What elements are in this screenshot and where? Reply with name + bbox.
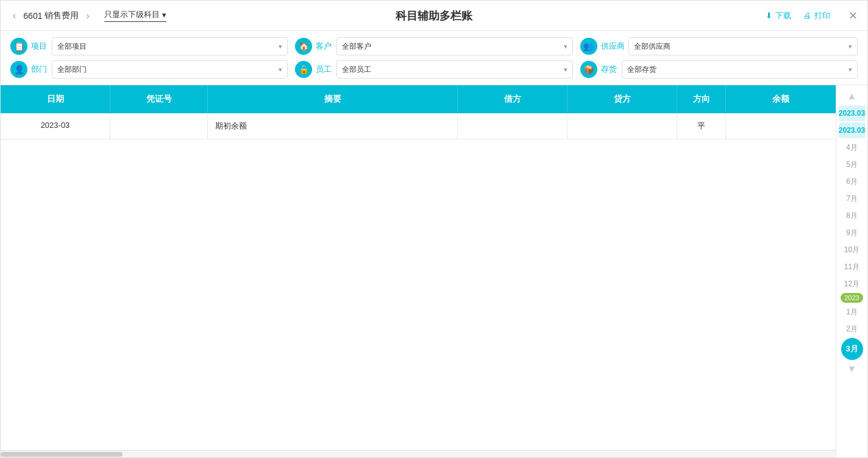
page-title: 科目辅助多栏账	[396, 9, 472, 23]
account-code-box: 6601 销售费用	[23, 10, 79, 21]
filter-employee: 🔒 员工 全部员工 ▾	[295, 60, 572, 79]
supplier-label: 供应商	[601, 41, 625, 52]
department-label: 部门	[31, 64, 48, 75]
main-window: ‹ 6601 销售费用 › 只显示下级科目 ▾ 科目辅助多栏账 ⬇ 下载 🖨 打…	[0, 0, 868, 458]
filter-department: 👤 部门 全部部门 ▾	[10, 60, 288, 79]
sidebar-month-10[interactable]: 10月	[839, 242, 866, 258]
scrollbar-thumb[interactable]	[1, 452, 123, 457]
col-debit: 借方	[458, 85, 567, 113]
dropdown-arrow-icon: ▾	[162, 10, 166, 19]
month-label: 8月	[846, 211, 858, 221]
sidebar-month-1[interactable]: 1月	[839, 304, 866, 320]
project-value: 全部项目	[57, 41, 87, 52]
table-container: 日期 凭证号 摘要 借方 贷方 方向 余额 2023-03 期初余额 平	[1, 85, 867, 457]
inventory-icon: 📦	[580, 61, 597, 78]
customer-select[interactable]: 全部客户 ▾	[336, 37, 572, 55]
filter-customer: 🏠 客户 全部客户 ▾	[295, 37, 572, 55]
inventory-arrow-icon: ▾	[848, 66, 852, 74]
month-label: 9月	[846, 228, 858, 238]
project-arrow-icon: ▾	[279, 43, 282, 51]
customer-icon: 🏠	[295, 38, 312, 55]
filter-supplier: 👥 供应商 全部供应商 ▾	[580, 37, 858, 55]
down-arrow-icon: ▼	[847, 364, 857, 375]
month-label: 7月	[846, 194, 858, 204]
sidebar-up-arrow[interactable]: ▲	[841, 88, 863, 105]
prev-account-button[interactable]: ‹	[10, 9, 18, 23]
download-label: 下载	[775, 10, 791, 21]
title-bar: ‹ 6601 销售费用 › 只显示下级科目 ▾ 科目辅助多栏账 ⬇ 下载 🖨 打…	[1, 1, 867, 31]
show-sub-dropdown[interactable]: 只显示下级科目 ▾	[104, 9, 166, 22]
next-account-button[interactable]: ›	[84, 9, 91, 23]
cell-credit-0	[567, 113, 677, 139]
main-content: 日期 凭证号 摘要 借方 贷方 方向 余额 2023-03 期初余额 平	[1, 85, 836, 457]
cell-date-0: 2023-03	[1, 113, 110, 139]
table-header: 日期 凭证号 摘要 借方 贷方 方向 余额	[1, 85, 836, 113]
employee-icon: 🔒	[295, 61, 312, 78]
sidebar-month-12[interactable]: 12月	[839, 276, 866, 292]
sidebar-month-2023-03-top[interactable]: 2023.03	[839, 105, 866, 121]
col-credit: 贷方	[567, 85, 677, 113]
department-select[interactable]: 全部部门 ▾	[52, 60, 288, 79]
filter-bar: 📋 项目 全部项目 ▾ 🏠 客户 全部客户 ▾ 👥 供应商 全部供应	[1, 31, 867, 85]
employee-select[interactable]: 全部员工 ▾	[336, 60, 572, 79]
title-bar-left: ‹ 6601 销售费用 › 只显示下级科目 ▾	[10, 9, 166, 23]
horizontal-scrollbar[interactable]	[1, 450, 836, 457]
cell-debit-0	[458, 113, 567, 139]
table-row: 2023-03 期初余额 平	[1, 113, 836, 139]
sidebar-month-2[interactable]: 2月	[839, 321, 866, 337]
right-sidebar: ▲ 2023.03 2023.03 4月 5月 6月 7月 8月	[836, 85, 867, 457]
col-date: 日期	[1, 85, 110, 113]
project-select[interactable]: 全部项目 ▾	[52, 37, 288, 55]
account-code: 6601	[23, 11, 42, 21]
sidebar-down-arrow[interactable]: ▼	[841, 361, 863, 378]
supplier-arrow-icon: ▾	[848, 43, 852, 51]
sidebar-month-5[interactable]: 5月	[839, 157, 866, 172]
supplier-icon: 👥	[580, 38, 597, 55]
sidebar-month-3-active[interactable]: 3月	[841, 338, 863, 360]
sidebar-year-badge[interactable]: 2023	[841, 293, 863, 303]
year-label: 2023	[844, 294, 859, 301]
download-button[interactable]: ⬇ 下载	[766, 10, 791, 21]
close-button[interactable]: ✕	[848, 9, 858, 23]
cell-direction-0: 平	[677, 113, 726, 139]
project-label: 项目	[31, 41, 48, 52]
sidebar-month-9[interactable]: 9月	[839, 225, 866, 241]
table-body: 2023-03 期初余额 平	[1, 113, 836, 450]
supplier-select[interactable]: 全部供应商 ▾	[628, 37, 858, 55]
col-balance: 余额	[726, 85, 836, 113]
sidebar-month-11[interactable]: 11月	[839, 259, 866, 275]
employee-arrow-icon: ▾	[564, 66, 567, 74]
print-icon: 🖨	[803, 11, 811, 20]
department-value: 全部部门	[57, 65, 87, 75]
sidebar-month-2023-03-dup[interactable]: 2023.03	[839, 122, 866, 138]
sidebar-month-4[interactable]: 4月	[839, 139, 866, 155]
title-bar-right: ⬇ 下载 🖨 打印 ✕	[766, 9, 858, 23]
month-label: 4月	[846, 143, 858, 153]
department-arrow-icon: ▾	[279, 66, 282, 74]
print-button[interactable]: 🖨 打印	[803, 10, 830, 21]
filter-row-2: 👤 部门 全部部门 ▾ 🔒 员工 全部员工 ▾ 📦 存货 全部存货	[10, 60, 858, 79]
filter-inventory: 📦 存货 全部存货 ▾	[580, 60, 858, 79]
supplier-value: 全部供应商	[634, 41, 671, 52]
month-label: 12月	[844, 279, 859, 289]
month-label: 6月	[846, 177, 858, 187]
month-label: 2023.03	[839, 109, 865, 118]
month-label: 10月	[844, 245, 859, 255]
month-label: 5月	[846, 160, 858, 170]
cell-voucher-0	[110, 113, 208, 139]
inventory-label: 存货	[601, 64, 618, 75]
employee-label: 员工	[316, 64, 333, 75]
up-arrow-icon: ▲	[847, 91, 857, 102]
sidebar-month-7[interactable]: 7月	[839, 191, 866, 206]
sidebar-month-8[interactable]: 8月	[839, 208, 866, 224]
filter-project: 📋 项目 全部项目 ▾	[10, 37, 288, 55]
col-summary: 摘要	[208, 85, 458, 113]
col-direction: 方向	[677, 85, 726, 113]
month-label: 1月	[846, 307, 858, 317]
sidebar-month-6[interactable]: 6月	[839, 174, 866, 189]
employee-value: 全部员工	[342, 65, 371, 75]
inventory-select[interactable]: 全部存货 ▾	[622, 60, 858, 79]
month-label: 3月	[845, 344, 858, 354]
project-icon: 📋	[10, 38, 27, 55]
show-sub-label: 只显示下级科目	[104, 9, 160, 20]
